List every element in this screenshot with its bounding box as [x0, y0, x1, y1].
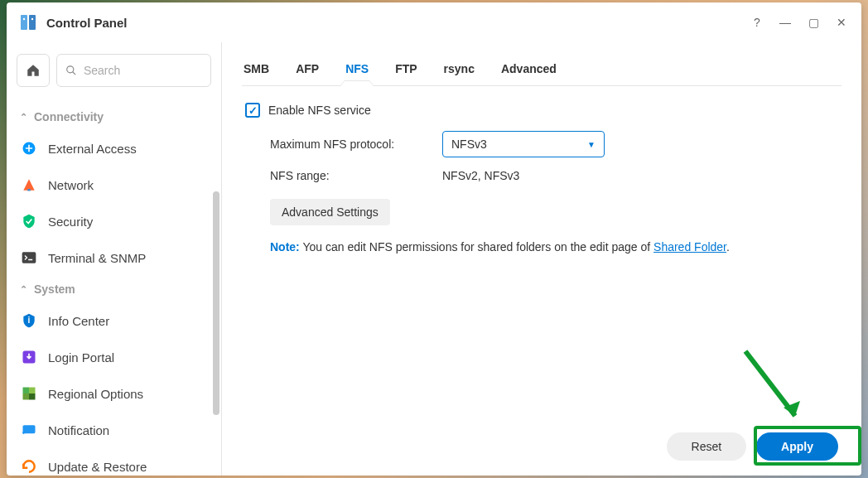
section-connectivity[interactable]: ⌃ Connectivity — [17, 104, 211, 130]
chevron-up-icon: ⌃ — [20, 112, 27, 123]
update-icon — [20, 457, 38, 476]
help-button[interactable]: ? — [749, 16, 765, 29]
enable-nfs-label: Enable NFS service — [268, 104, 371, 117]
search-icon — [65, 64, 77, 77]
close-button[interactable]: ✕ — [833, 16, 850, 29]
sidebar: ⌃ Connectivity External Access Network S… — [7, 42, 222, 476]
nfs-range-row: NFS range: NFSv2, NFSv3 — [245, 169, 838, 182]
svg-text:i: i — [28, 316, 31, 325]
chevron-up-icon: ⌃ — [20, 284, 27, 295]
link-icon — [20, 139, 38, 157]
svg-rect-14 — [29, 394, 36, 400]
main-panel: SMB AFP NFS FTP rsync Advanced ✓ Enable … — [222, 42, 861, 476]
max-protocol-label: Maximum NFS protocol: — [270, 138, 442, 151]
max-protocol-select[interactable]: NFSv3 ▼ — [442, 131, 605, 157]
region-icon — [20, 384, 38, 403]
sidebar-item-notification[interactable]: Notification — [17, 412, 211, 448]
nfs-range-label: NFS range: — [270, 169, 442, 182]
tab-rsync[interactable]: rsync — [442, 57, 476, 85]
sidebar-item-regional[interactable]: Regional Options — [17, 375, 211, 412]
sidebar-item-terminal[interactable]: Terminal & SNMP — [17, 239, 211, 276]
footer-buttons: Reset Apply — [242, 421, 841, 476]
search-input[interactable] — [84, 64, 202, 77]
sidebar-item-update[interactable]: Update & Restore — [17, 448, 211, 476]
window-title: Control Panel — [46, 16, 749, 30]
titlebar: Control Panel ? — ▢ ✕ — [7, 2, 861, 42]
apply-button[interactable]: Apply — [756, 432, 838, 461]
svg-point-3 — [31, 18, 33, 20]
sidebar-scrollbar[interactable] — [213, 191, 219, 415]
titlebar-controls: ? — ▢ ✕ — [749, 16, 850, 29]
shield-icon — [20, 212, 38, 230]
tabs: SMB AFP NFS FTP rsync Advanced — [242, 57, 841, 86]
app-icon — [18, 12, 38, 32]
tab-afp[interactable]: AFP — [294, 57, 321, 85]
svg-line-5 — [73, 72, 75, 75]
max-protocol-row: Maximum NFS protocol: NFSv3 ▼ — [245, 131, 838, 157]
sidebar-item-network[interactable]: Network — [17, 167, 211, 203]
minimize-button[interactable]: — — [777, 16, 793, 29]
svg-rect-7 — [27, 189, 30, 191]
enable-nfs-checkbox[interactable]: ✓ — [245, 103, 260, 118]
terminal-icon — [20, 249, 38, 267]
tab-advanced[interactable]: Advanced — [499, 57, 558, 85]
note-prefix: Note: — [270, 240, 300, 253]
svg-rect-12 — [29, 388, 36, 394]
note-row: Note: You can edit NFS permissions for s… — [245, 240, 838, 253]
svg-point-4 — [67, 66, 74, 73]
sidebar-item-security[interactable]: Security — [17, 203, 211, 239]
advanced-settings-button[interactable]: Advanced Settings — [270, 199, 390, 225]
sidebar-item-login-portal[interactable]: Login Portal — [17, 339, 211, 375]
home-button[interactable] — [17, 54, 50, 87]
svg-rect-0 — [21, 15, 27, 30]
checkmark-icon: ✓ — [248, 104, 258, 117]
bell-icon — [20, 421, 38, 439]
svg-point-2 — [23, 18, 25, 20]
control-panel-window: Control Panel ? — ▢ ✕ ⌃ Connectivity — [7, 2, 861, 476]
tab-smb[interactable]: SMB — [242, 57, 271, 85]
maximize-button[interactable]: ▢ — [805, 16, 822, 29]
enable-nfs-row: ✓ Enable NFS service — [245, 103, 838, 118]
reset-button[interactable]: Reset — [667, 432, 747, 461]
svg-rect-1 — [29, 15, 36, 30]
shared-folder-link[interactable]: Shared Folder — [653, 240, 726, 253]
svg-rect-8 — [22, 252, 36, 263]
section-system[interactable]: ⌃ System — [17, 276, 211, 302]
dropdown-caret-icon: ▼ — [587, 140, 596, 149]
sidebar-item-info-center[interactable]: i Info Center — [17, 302, 211, 339]
tab-ftp[interactable]: FTP — [393, 57, 418, 85]
home-icon — [26, 63, 41, 78]
svg-rect-13 — [23, 394, 30, 400]
body-area: ⌃ Connectivity External Access Network S… — [7, 42, 861, 476]
svg-rect-11 — [23, 388, 30, 394]
note-text: You can edit NFS permissions for shared … — [302, 240, 653, 253]
network-icon — [20, 176, 38, 194]
sidebar-top-row — [17, 54, 211, 87]
sidebar-item-external-access[interactable]: External Access — [17, 130, 211, 167]
info-icon: i — [20, 311, 38, 330]
tab-content: ✓ Enable NFS service Maximum NFS protoco… — [242, 86, 841, 421]
search-box[interactable] — [56, 54, 211, 87]
tab-nfs[interactable]: NFS — [344, 57, 370, 85]
nfs-range-value: NFSv2, NFSv3 — [442, 169, 519, 182]
portal-icon — [20, 348, 38, 366]
